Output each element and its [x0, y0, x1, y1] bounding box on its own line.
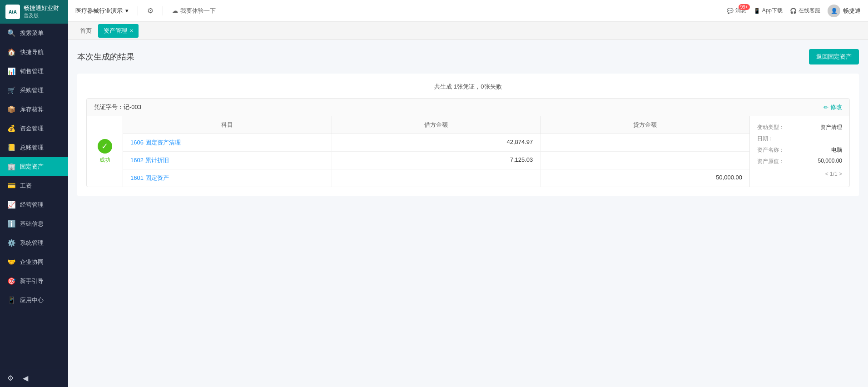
credit-2 — [541, 152, 749, 169]
sidebar-item-ledger[interactable]: 📒 总账管理 — [0, 138, 68, 157]
tab-home[interactable]: 首页 — [75, 24, 96, 38]
debit-1: 42,874.97 — [332, 134, 541, 151]
page-header: 本次生成的结果 返回固定资产 — [77, 49, 859, 64]
table-header: 科目 借方金额 贷方金额 — [123, 116, 749, 134]
tab-close-icon[interactable]: × — [130, 28, 133, 34]
success-icon: ✓ — [98, 139, 112, 154]
page-content: 本次生成的结果 返回固定资产 共生成 1张凭证，0张失败 凭证字号：记-003 … — [68, 40, 868, 387]
header-subject: 科目 — [123, 116, 332, 134]
topbar-divider2 — [163, 6, 163, 15]
voucher-rows: ✓ 成功 科目 借方金额 贷方金额 1606 固定资产清理 — [87, 116, 749, 187]
edit-label: 修改 — [830, 103, 842, 111]
main-content: 医疗器械行业演示 ▾ ⚙ ☁ 我要体验一下 💬 消息 99+ 📱 App下载 🎧… — [68, 0, 868, 387]
voucher-side: 变动类型： 资产清理 日期： 资产名称： 电脑 资产原值： — [749, 116, 849, 187]
sales-icon: 📊 — [7, 67, 15, 75]
capital-icon: 💰 — [7, 124, 15, 133]
chevron-down-icon: ▾ — [125, 7, 129, 14]
service-icon: 🎧 — [790, 8, 797, 14]
system-icon: ⚙️ — [7, 239, 15, 247]
user-avatar: 👤 — [828, 5, 840, 17]
app-center-icon: 📱 — [7, 296, 15, 304]
sidebar-item-search-menu[interactable]: 🔍 搜索菜单 — [0, 24, 68, 43]
app-download-icon: 📱 — [754, 8, 760, 14]
subject-2[interactable]: 1602 累计折旧 — [123, 152, 332, 169]
quick-nav-icon: 🏠 — [7, 48, 15, 56]
sidebar-item-label: 工资 — [20, 182, 32, 190]
sidebar-item-system[interactable]: ⚙️ 系统管理 — [0, 233, 68, 253]
service-label: 在线客服 — [799, 7, 820, 15]
sidebar-item-fixed-assets[interactable]: 🏢 固定资产 — [0, 157, 68, 176]
debit-2: 7,125.03 — [332, 152, 541, 169]
app-download-button[interactable]: 📱 App下载 — [754, 7, 783, 15]
enterprise-icon: 🤝 — [7, 258, 15, 266]
return-button[interactable]: 返回固定资产 — [809, 49, 859, 64]
experience-label: 我要体验一下 — [180, 7, 216, 15]
sidebar-item-label: 资金管理 — [20, 124, 44, 133]
search-menu-icon: 🔍 — [7, 29, 15, 37]
sidebar-item-capital[interactable]: 💰 资金管理 — [0, 119, 68, 138]
voucher-card: 凭证字号：记-003 ✏ 修改 ✓ 成功 — [86, 98, 850, 187]
topbar: 医疗器械行业演示 ▾ ⚙ ☁ 我要体验一下 💬 消息 99+ 📱 App下载 🎧… — [68, 0, 868, 22]
sidebar-item-label: 企业协同 — [20, 258, 44, 266]
basic-info-icon: ℹ️ — [7, 220, 15, 228]
edit-button[interactable]: ✏ 修改 — [823, 103, 842, 111]
result-panel: 共生成 1张凭证，0张失败 凭证字号：记-003 ✏ 修改 ✓ — [77, 74, 859, 196]
message-button[interactable]: 💬 消息 99+ — [727, 7, 746, 15]
settings-icon[interactable]: ⚙ — [7, 374, 14, 382]
table-row: 1606 固定资产清理 42,874.97 — [123, 134, 749, 152]
sidebar-item-label: 基础信息 — [20, 220, 44, 228]
tabbar: 首页 资产管理 × — [68, 22, 868, 40]
sidebar-item-label: 销售管理 — [20, 67, 44, 75]
original-value-label: 资产原值： — [757, 158, 784, 165]
tab-label: 资产管理 — [104, 27, 127, 35]
change-type-label: 变动类型： — [757, 124, 784, 131]
topbar-divider — [138, 6, 138, 15]
service-button[interactable]: 🎧 在线客服 — [790, 7, 820, 15]
sidebar-item-enterprise[interactable]: 🤝 企业协同 — [0, 253, 68, 272]
payroll-icon: 💳 — [7, 182, 15, 190]
sidebar-item-label: 应用中心 — [20, 296, 44, 304]
sidebar-item-label: 系统管理 — [20, 239, 44, 247]
sidebar-item-app-center[interactable]: 📱 应用中心 — [0, 291, 68, 310]
sidebar: AtA 畅捷通好业财 普及版 🔍 搜索菜单 🏠 快捷导航 📊 销售管理 🛒 采购… — [0, 0, 68, 387]
sidebar-item-payroll[interactable]: 💳 工资 — [0, 176, 68, 195]
message-badge: 99+ — [739, 4, 750, 10]
table-row: 1601 固定资产 50,000.00 — [123, 169, 749, 187]
experience-button[interactable]: ☁ 我要体验一下 — [172, 7, 216, 15]
header-debit: 借方金额 — [332, 116, 541, 134]
sidebar-item-quick-nav[interactable]: 🏠 快捷导航 — [0, 43, 68, 62]
sidebar-item-inventory[interactable]: 📦 库存核算 — [0, 100, 68, 119]
table-row: 1602 累计折旧 7,125.03 — [123, 152, 749, 169]
sidebar-item-operations[interactable]: 📈 经营管理 — [0, 195, 68, 214]
sidebar-item-sales[interactable]: 📊 销售管理 — [0, 62, 68, 81]
sidebar-item-label: 库存核算 — [20, 105, 44, 114]
tab-asset-management[interactable]: 资产管理 × — [98, 24, 139, 38]
sidebar-item-basic-info[interactable]: ℹ️ 基础信息 — [0, 214, 68, 233]
sidebar-item-guide[interactable]: 🎯 新手引导 — [0, 272, 68, 291]
user-menu[interactable]: 👤 畅捷通 — [828, 5, 861, 17]
ledger-icon: 📒 — [7, 144, 15, 152]
collapse-icon[interactable]: ◀ — [23, 374, 28, 382]
subject-3[interactable]: 1601 固定资产 — [123, 169, 332, 187]
credit-1 — [541, 134, 749, 151]
header-credit: 贷方金额 — [541, 116, 749, 134]
sidebar-item-purchase[interactable]: 🛒 采购管理 — [0, 81, 68, 100]
subject-1[interactable]: 1606 固定资产清理 — [123, 134, 332, 151]
sidebar-item-label: 搜索菜单 — [20, 29, 44, 37]
company-selector[interactable]: 医疗器械行业演示 ▾ — [75, 7, 129, 15]
success-text: 成功 — [99, 156, 110, 164]
pagination[interactable]: < 1/1 > — [757, 171, 842, 177]
sidebar-bottom: ⚙ ◀ — [0, 369, 68, 387]
logo-icon: AtA — [5, 5, 20, 19]
sidebar-item-label: 总账管理 — [20, 144, 44, 152]
logo-sub: 普及版 — [24, 12, 59, 19]
operations-icon: 📈 — [7, 201, 15, 209]
original-value-row: 资产原值： 50,000.00 — [757, 158, 842, 165]
voucher-body: ✓ 成功 科目 借方金额 贷方金额 1606 固定资产清理 — [87, 116, 849, 187]
topbar-right: 💬 消息 99+ 📱 App下载 🎧 在线客服 👤 畅捷通 — [727, 5, 861, 17]
purchase-icon: 🛒 — [7, 86, 15, 94]
credit-3: 50,000.00 — [541, 169, 749, 187]
topbar-settings-icon[interactable]: ⚙ — [147, 6, 154, 15]
page-title: 本次生成的结果 — [77, 51, 134, 62]
change-type-row: 变动类型： 资产清理 — [757, 124, 842, 131]
